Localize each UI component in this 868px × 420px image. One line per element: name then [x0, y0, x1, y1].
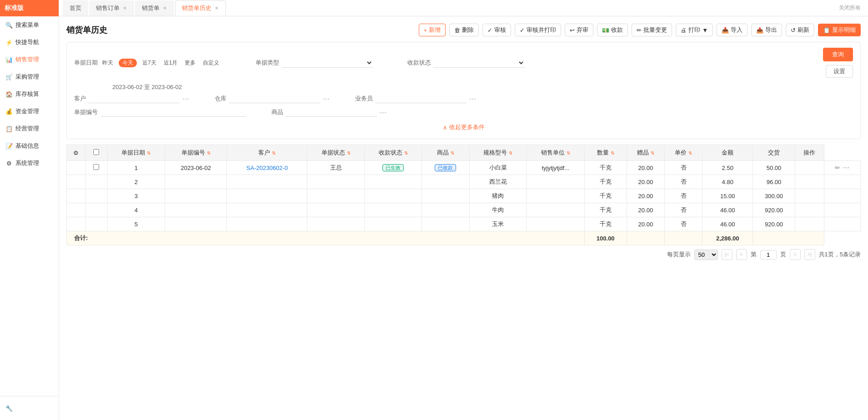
sidebar-item-inventory[interactable]: 🏠 库存核算 — [0, 85, 59, 103]
col-pay-status[interactable]: 收款状态⇅ — [365, 145, 422, 161]
audit-print-button[interactable]: ✓ 审核并打印 — [515, 24, 561, 36]
sidebar-item-purchase-mgmt[interactable]: 🛒 采购管理 — [0, 68, 59, 85]
sidebar-item-sales-mgmt[interactable]: 📊 销售管理 — [0, 51, 59, 68]
import-button[interactable]: 📥 导入 — [717, 24, 748, 36]
last-page-btn[interactable]: >| — [804, 249, 815, 260]
col-date[interactable]: 单据日期⇅ — [107, 145, 165, 161]
tab-sales-goods[interactable]: 销货单 × — [135, 0, 174, 16]
row-amount: 300.00 — [753, 189, 795, 203]
next-page-btn[interactable]: > — [790, 249, 801, 260]
col-spec[interactable]: 规格型号⇅ — [469, 145, 527, 161]
staff-input[interactable] — [376, 94, 467, 103]
audit-icon: ✓ — [487, 27, 492, 34]
edit-icon[interactable]: ✏ — [835, 164, 840, 171]
date-filter: 单据日期 昨天 今天 近7天 近1月 更多 自定义 — [74, 59, 221, 67]
collapse-icon: ∧ — [443, 124, 447, 131]
row-amount: 50.00 — [753, 161, 795, 175]
audit-button[interactable]: ✓ 审核 — [482, 24, 511, 36]
abandon-icon: ↩ — [570, 27, 575, 34]
sidebar-bottom-item1[interactable]: 🔧 — [0, 400, 59, 416]
sidebar-item-finance[interactable]: 💰 资金管理 — [0, 103, 59, 120]
collapse-button[interactable]: ∧ 收起更多条件 — [74, 121, 853, 133]
show-details-button[interactable]: 📋 显示明细 — [818, 24, 861, 36]
date-tag-yesterday[interactable]: 昨天 — [100, 59, 115, 67]
warehouse-picker[interactable]: ··· — [323, 95, 330, 103]
tab-home[interactable]: 首页 — [63, 0, 88, 16]
table-gear-icon[interactable]: ⚙ — [73, 150, 79, 156]
row-amount: 920.00 — [753, 217, 795, 231]
tab-sales-history[interactable]: 销货单历史 × — [175, 0, 226, 16]
col-price[interactable]: 单价⇅ — [665, 145, 702, 161]
prev-page-btn[interactable]: < — [736, 249, 747, 260]
tab-sales-order-close[interactable]: × — [122, 5, 127, 11]
customer-input[interactable] — [89, 94, 180, 103]
col-goods[interactable]: 商品⇅ — [422, 145, 470, 161]
row-checkbox[interactable] — [85, 203, 107, 217]
print-button[interactable]: 🖨 打印 ▼ — [676, 24, 713, 36]
sidebar-item-basic-info[interactable]: 📝 基础信息 — [0, 137, 59, 155]
col-qty[interactable]: 数量⇅ — [584, 145, 627, 161]
sidebar-item-system-mgmt[interactable]: ⚙ 系统管理 — [0, 155, 59, 172]
tab-sales-order[interactable]: 销售订单 × — [89, 0, 134, 16]
row-price: 46.00 — [702, 217, 753, 231]
date-tag-custom[interactable]: 自定义 — [201, 59, 221, 67]
staff-picker[interactable]: ··· — [469, 95, 476, 103]
add-button[interactable]: + 新增 — [419, 24, 446, 36]
date-tag-7days[interactable]: 近7天 — [140, 59, 158, 67]
select-all-checkbox[interactable] — [93, 149, 99, 155]
export-button[interactable]: 📤 导出 — [751, 24, 782, 36]
date-tag-today[interactable]: 今天 — [119, 59, 137, 67]
batch-change-button[interactable]: ✏ 批量变更 — [632, 24, 672, 36]
doc-type-select[interactable] — [282, 58, 373, 68]
row-docno[interactable] — [227, 217, 307, 231]
warehouse-input[interactable] — [229, 94, 320, 103]
row-qty: 20.00 — [627, 217, 664, 231]
sidebar-item-search-menu[interactable]: 🔍 搜索菜单 — [0, 16, 59, 34]
row-checkbox[interactable] — [85, 189, 107, 203]
row-checkbox[interactable] — [85, 161, 107, 175]
doc-type-label: 单据类型 — [256, 59, 279, 67]
setting-button[interactable]: 设置 — [826, 65, 853, 78]
row-qty: 20.00 — [627, 189, 664, 203]
sort-docstatus-icon: ⇅ — [347, 150, 351, 155]
abandon-button[interactable]: ↩ 弃审 — [565, 24, 593, 36]
col-unit[interactable]: 销售单位⇅ — [527, 145, 584, 161]
first-page-btn[interactable]: |< — [722, 249, 733, 260]
sidebar-item-operations[interactable]: 📋 经营管理 — [0, 120, 59, 137]
tab-sales-history-close[interactable]: × — [214, 5, 219, 11]
delete-button[interactable]: 🗑 删除 — [449, 24, 479, 36]
query-button[interactable]: 查询 — [823, 48, 853, 61]
col-gear[interactable]: ⚙ — [67, 145, 85, 161]
per-page-select[interactable]: 50 100 200 — [694, 250, 718, 260]
more-icon[interactable]: ⋯ — [843, 164, 849, 171]
row-docno[interactable] — [227, 189, 307, 203]
customer-picker[interactable]: ··· — [182, 95, 189, 103]
row-gear — [67, 217, 85, 231]
goods-input[interactable] — [286, 108, 377, 117]
payment-status-select[interactable] — [434, 58, 525, 68]
row-checkbox[interactable] — [85, 217, 107, 231]
row-docno[interactable] — [227, 203, 307, 217]
page-number-input[interactable] — [760, 250, 777, 260]
row-spec — [527, 217, 584, 231]
close-all-tabs[interactable]: 关闭所有 — [835, 4, 864, 12]
row-date — [165, 217, 227, 231]
row-docno[interactable]: SA-20230602-0 — [227, 161, 307, 175]
doc-no-link[interactable]: SA-20230602-0 — [246, 165, 288, 171]
row-gift: 否 — [665, 189, 702, 203]
sidebar-item-quick-nav[interactable]: ⚡ 快捷导航 — [0, 34, 59, 51]
tab-sales-goods-close[interactable]: × — [162, 5, 167, 11]
col-doc-status[interactable]: 单据状态⇅ — [307, 145, 365, 161]
date-tag-more[interactable]: 更多 — [183, 59, 197, 67]
row-goods: 猪肉 — [469, 189, 527, 203]
col-customer[interactable]: 客户⇅ — [227, 145, 307, 161]
refresh-button[interactable]: ↺ 刷新 — [786, 24, 814, 36]
goods-picker[interactable]: ··· — [380, 108, 386, 116]
col-docno[interactable]: 单据编号⇅ — [165, 145, 227, 161]
docno-input[interactable] — [100, 108, 246, 117]
row-docno[interactable] — [227, 175, 307, 189]
collect-button[interactable]: 💵 收款 — [597, 24, 628, 36]
date-tag-1month[interactable]: 近1月 — [162, 59, 180, 67]
row-checkbox[interactable] — [85, 175, 107, 189]
col-gift[interactable]: 赠品⇅ — [627, 145, 664, 161]
